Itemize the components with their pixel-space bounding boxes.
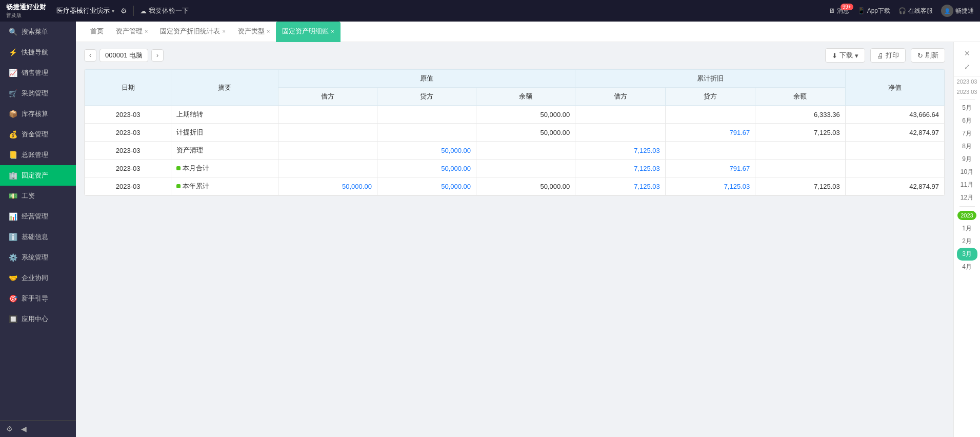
col-accumulated-depreciation: 累计折旧 — [575, 70, 845, 88]
asset-code-tag: 000001 电脑 — [99, 49, 148, 62]
col-net-value: 净值 — [845, 70, 944, 106]
sidebar-footer: ⚙ ◀ — [0, 420, 76, 437]
table-row: 2023-03本年累计50,000.0050,000.0050,000.007,… — [85, 177, 945, 195]
sidebar-item-guide[interactable]: 🎯 新手引导 — [0, 288, 76, 309]
sidebar-item-operations[interactable]: 📊 经营管理 — [0, 206, 76, 227]
page-content: ‹ 000001 电脑 › ⬇ 下载 ▾ 🖨 打印 — [76, 42, 980, 437]
sidebar-item-search[interactable]: 🔍 搜索菜单 — [0, 22, 76, 42]
col-acc-balance: 余额 — [755, 88, 845, 106]
refresh-btn[interactable]: ↻ 刷新 — [911, 48, 945, 63]
enterprise-icon: 🤝 — [8, 273, 17, 283]
main-layout: 🔍 搜索菜单 ⚡ 快捷导航 📈 销售管理 🛒 采购管理 📦 库存核算 💰 — [0, 22, 980, 437]
tab-fixed-asset-depreciation[interactable]: 固定资产折旧统计表 × — [154, 22, 231, 42]
fixed-assets-icon: 🏢 — [8, 171, 17, 180]
headset-icon: 🎧 — [898, 7, 906, 14]
ledger-icon: 📒 — [8, 150, 17, 160]
month-mar-active[interactable]: 3月 — [957, 248, 977, 261]
salary-icon: 💵 — [8, 191, 17, 201]
top-bar-right: 🖥 消息 99+ 📱 App下载 🎧 在线客服 👤 畅捷通 — [829, 5, 974, 17]
close-tab-depreciation[interactable]: × — [222, 28, 225, 34]
sidebar-item-fund[interactable]: 💰 资金管理 — [0, 124, 76, 145]
table-row: 2023-03计提折旧50,000.00791.677,125.0342,874… — [85, 124, 945, 142]
basic-info-icon: ℹ️ — [8, 232, 17, 242]
sidebar-item-inventory[interactable]: 📦 库存核算 — [0, 104, 76, 124]
experience-btn[interactable]: ☁ 我要体验一下 — [140, 6, 189, 15]
timeline-date-2: 2023.03 — [957, 87, 977, 97]
toolbar-actions: ⬇ 下载 ▾ 🖨 打印 ↻ 刷新 — [825, 48, 945, 63]
prev-asset-btn[interactable]: ‹ — [84, 49, 96, 62]
month-12[interactable]: 12月 — [957, 191, 977, 204]
main-content: ‹ 000001 电脑 › ⬇ 下载 ▾ 🖨 打印 — [76, 42, 953, 437]
timeline-panel: ✕ ⤢ 2023.03 2023.03 5月 6月 7月 8月 9月 10月 1… — [953, 42, 980, 437]
month-8[interactable]: 8月 — [957, 140, 977, 153]
sidebar-item-basic-info[interactable]: ℹ️ 基础信息 — [0, 227, 76, 247]
sidebar-item-salary[interactable]: 💵 工资 — [0, 186, 76, 206]
user-menu-btn[interactable]: 👤 畅捷通 — [941, 5, 974, 17]
sidebar-item-app-center[interactable]: 🔲 应用中心 — [0, 309, 76, 329]
tab-bar: 首页 资产管理 × 固定资产折旧统计表 × 资产类型 × 固定资产明细账 × — [76, 22, 980, 42]
detail-table: 日期 摘要 原值 累计折旧 净值 借方 贷方 余额 借方 — [85, 69, 945, 195]
expand-panel-btn[interactable]: ⤢ — [962, 61, 972, 73]
logo: 畅捷通好业财 普及版 — [6, 3, 46, 18]
col-date: 日期 — [85, 70, 171, 106]
collapse-sidebar-icon[interactable]: ◀ — [21, 425, 27, 433]
month-jan[interactable]: 1月 — [957, 222, 977, 235]
month-feb[interactable]: 2月 — [957, 235, 977, 248]
print-icon: 🖨 — [877, 52, 884, 59]
col-acc-credit: 贷方 — [665, 88, 755, 106]
tab-home[interactable]: 首页 — [84, 22, 110, 42]
sidebar: 🔍 搜索菜单 ⚡ 快捷导航 📈 销售管理 🛒 采购管理 📦 库存核算 💰 — [0, 22, 76, 437]
sidebar-scroll: 🔍 搜索菜单 ⚡ 快捷导航 📈 销售管理 🛒 采购管理 📦 库存核算 💰 — [0, 22, 76, 420]
divider-2 — [959, 206, 975, 207]
quick-nav-icon: ⚡ — [8, 48, 17, 57]
system-icon: ⚙️ — [8, 253, 17, 262]
next-asset-btn[interactable]: › — [151, 49, 164, 62]
sidebar-item-enterprise[interactable]: 🤝 企业协同 — [0, 268, 76, 288]
table-header-row-1: 日期 摘要 原值 累计折旧 净值 — [85, 70, 945, 88]
sidebar-item-sales[interactable]: 📈 销售管理 — [0, 63, 76, 83]
download-icon: 📱 — [857, 7, 865, 14]
close-tab-asset-management[interactable]: × — [145, 28, 148, 34]
purchase-icon: 🛒 — [8, 89, 17, 98]
notifications-btn[interactable]: 🖥 消息 99+ — [829, 7, 849, 15]
inventory-icon: 📦 — [8, 109, 17, 118]
sidebar-item-purchase[interactable]: 🛒 采购管理 — [0, 83, 76, 104]
sidebar-item-quick-nav[interactable]: ⚡ 快捷导航 — [0, 42, 76, 63]
tab-asset-management[interactable]: 资产管理 × — [110, 22, 154, 42]
table-row: 2023-03资产清理50,000.007,125.03 — [85, 142, 945, 160]
sidebar-item-system[interactable]: ⚙️ 系统管理 — [0, 247, 76, 268]
month-apr[interactable]: 4月 — [957, 261, 977, 273]
month-11[interactable]: 11月 — [957, 178, 977, 191]
print-btn[interactable]: 🖨 打印 — [870, 48, 906, 63]
col-original-value: 原值 — [278, 70, 575, 88]
close-panel-btn[interactable]: ✕ — [962, 47, 972, 59]
month-10[interactable]: 10月 — [957, 166, 977, 178]
download-icon: ⬇ — [832, 52, 837, 59]
operations-icon: 📊 — [8, 212, 17, 221]
month-9[interactable]: 9月 — [957, 153, 977, 166]
col-orig-balance: 余额 — [476, 88, 575, 106]
customer-service-btn[interactable]: 🎧 在线客服 — [898, 7, 933, 15]
app-download-btn[interactable]: 📱 App下载 — [857, 7, 890, 15]
tab-asset-type[interactable]: 资产类型 × — [232, 22, 276, 42]
download-btn[interactable]: ⬇ 下载 ▾ — [825, 48, 865, 63]
sidebar-item-fixed-assets[interactable]: 🏢 固定资产 — [0, 165, 76, 186]
month-5[interactable]: 5月 — [957, 102, 977, 114]
company-dropdown-icon: ▾ — [112, 8, 114, 14]
year-2023-badge[interactable]: 2023 — [957, 211, 976, 220]
month-7[interactable]: 7月 — [957, 127, 977, 140]
sidebar-item-ledger[interactable]: 📒 总账管理 — [0, 145, 76, 165]
tab-fixed-asset-detail[interactable]: 固定资产明细账 × — [276, 22, 340, 42]
company-settings-icon[interactable]: ⚙ — [121, 7, 127, 15]
col-acc-debit: 借方 — [575, 88, 665, 106]
cloud-icon: ☁ — [140, 7, 147, 15]
sales-icon: 📈 — [8, 68, 17, 77]
company-selector[interactable]: 医疗器械行业演示 ▾ — [56, 6, 114, 15]
app-center-icon: 🔲 — [8, 314, 17, 324]
close-tab-fixed-asset-detail[interactable]: × — [331, 28, 334, 34]
fund-icon: 💰 — [8, 130, 17, 139]
close-tab-asset-type[interactable]: × — [267, 28, 270, 34]
settings-footer-icon[interactable]: ⚙ — [6, 425, 13, 433]
month-6[interactable]: 6月 — [957, 114, 977, 127]
divider — [133, 6, 134, 16]
